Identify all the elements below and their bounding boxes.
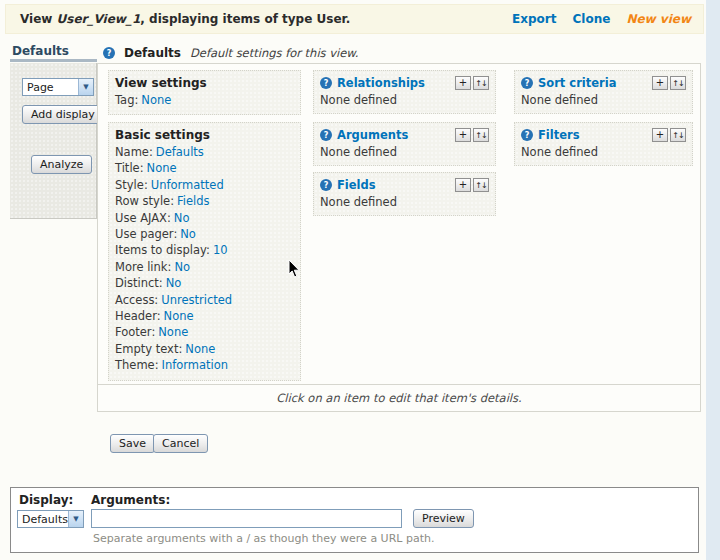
add-argument-button[interactable]: + [455,128,471,142]
setting-label: Empty text: [115,342,182,356]
add-display-button[interactable]: Add display [22,105,104,124]
setting-value-link[interactable]: Unrestricted [161,293,232,307]
rearrange-filters-button[interactable]: ↑↓ [670,128,686,142]
filters-title-link[interactable]: Filters [538,128,580,142]
fields-empty-text: None defined [320,195,489,209]
relationships-box: ? Relationships + ↑↓ None defined [313,70,496,114]
header-bar: View User_View_1, displaying items of ty… [5,4,704,34]
preview-display-select-value: Defaults [18,511,68,527]
add-relationship-button[interactable]: + [455,76,471,90]
setting-label: Access: [115,293,158,307]
arguments-label: Arguments: [91,493,170,507]
setting-value-link[interactable]: No [180,227,196,241]
heading-title: Defaults [124,46,181,60]
arguments-help-text: Separate arguments with a / as though th… [93,532,434,545]
add-field-button[interactable]: + [455,178,471,192]
help-icon[interactable]: ? [521,129,533,141]
title-suffix: , displaying items of type User. [140,12,350,26]
preview-display-select[interactable]: Defaults ▼ [17,510,84,528]
rearrange-fields-button[interactable]: ↑↓ [473,178,489,192]
tag-label: Tag: [115,93,138,107]
arguments-input[interactable] [91,509,402,528]
display-label: Display: [19,493,73,507]
setting-label: Theme: [115,358,159,372]
tab-underline [10,59,97,62]
display-type-select[interactable]: Page ▼ [22,78,94,96]
display-type-select-value: Page [23,79,78,95]
setting-value-link[interactable]: No [174,260,190,274]
setting-label: Name: [115,145,153,159]
setting-label: Style: [115,178,148,192]
footer-note: Click on an item to edit that item's det… [97,384,701,412]
setting-value-link[interactable]: None [147,161,177,175]
setting-value-link[interactable]: None [158,325,188,339]
help-icon[interactable]: ? [103,47,115,59]
new-view-link[interactable]: New view [626,12,691,26]
preview-panel: Display: Arguments: Defaults ▼ Preview S… [10,487,699,553]
save-button[interactable]: Save [110,434,155,453]
chevron-down-icon: ▼ [68,511,83,527]
cancel-button[interactable]: Cancel [153,434,208,453]
setting-value-link[interactable]: Defaults [156,145,204,159]
arguments-box: ? Arguments + ↑↓ None defined [313,122,496,166]
filters-empty-text: None defined [521,145,686,159]
tab-defaults[interactable]: Defaults [12,44,96,58]
help-icon[interactable]: ? [320,129,332,141]
setting-label: Row style: [115,194,174,208]
export-link[interactable]: Export [512,12,556,26]
sort-criteria-title-link[interactable]: Sort criteria [538,76,616,90]
relationships-empty-text: None defined [320,93,489,107]
fields-title-link[interactable]: Fields [337,178,376,192]
analyze-button[interactable]: Analyze [31,155,92,174]
setting-value-link[interactable]: No [166,276,182,290]
page-right-strip [706,0,720,560]
setting-value-link[interactable]: None [185,342,215,356]
main-heading: ? Defaults Default settings for this vie… [103,46,358,60]
setting-label: More link: [115,260,171,274]
basic-settings-box: Basic settings Name:Defaults Title:None … [108,122,301,381]
view-settings-box: View settings Tag:None [108,70,301,115]
relationships-title-link[interactable]: Relationships [337,76,425,90]
sort-criteria-empty-text: None defined [521,93,686,107]
rearrange-relationships-button[interactable]: ↑↓ [473,76,489,90]
setting-label: Title: [115,161,144,175]
setting-label: Use AJAX: [115,211,171,225]
setting-value-link[interactable]: Unformatted [151,178,224,192]
chevron-down-icon: ▼ [78,79,93,95]
preview-button[interactable]: Preview [413,509,474,528]
setting-label: Distinct: [115,276,163,290]
tag-value-link[interactable]: None [141,93,171,107]
help-icon[interactable]: ? [320,179,332,191]
rearrange-arguments-button[interactable]: ↑↓ [473,128,489,142]
setting-label: Header: [115,309,161,323]
basic-settings-title: Basic settings [115,128,294,142]
page-title: View User_View_1, displaying items of ty… [20,12,350,26]
clone-link[interactable]: Clone [573,12,611,26]
help-icon[interactable]: ? [521,77,533,89]
title-prefix: View [20,12,57,26]
view-name: User_View_1 [57,12,141,26]
view-settings-title: View settings [115,76,294,90]
setting-value-link[interactable]: 10 [213,243,228,257]
header-links: Export Clone New view [512,12,691,26]
setting-value-link[interactable]: No [174,211,190,225]
sort-criteria-box: ? Sort criteria + ↑↓ None defined [514,70,693,114]
arguments-title-link[interactable]: Arguments [337,128,408,142]
setting-value-link[interactable]: None [164,309,194,323]
setting-label: Footer: [115,325,155,339]
rearrange-sorts-button[interactable]: ↑↓ [670,76,686,90]
add-sort-button[interactable]: + [652,76,668,90]
filters-box: ? Filters + ↑↓ None defined [514,122,693,166]
heading-note: Default settings for this view. [190,46,358,60]
fields-box: ? Fields + ↑↓ None defined [313,172,496,216]
add-filter-button[interactable]: + [652,128,668,142]
setting-value-link[interactable]: Information [162,358,229,372]
setting-value-link[interactable]: Fields [177,194,210,208]
setting-label: Items to display: [115,243,210,257]
arguments-empty-text: None defined [320,145,489,159]
sidebar-panel: Page ▼ Add display Analyze [10,63,97,219]
setting-label: Use pager: [115,227,177,241]
help-icon[interactable]: ? [320,77,332,89]
